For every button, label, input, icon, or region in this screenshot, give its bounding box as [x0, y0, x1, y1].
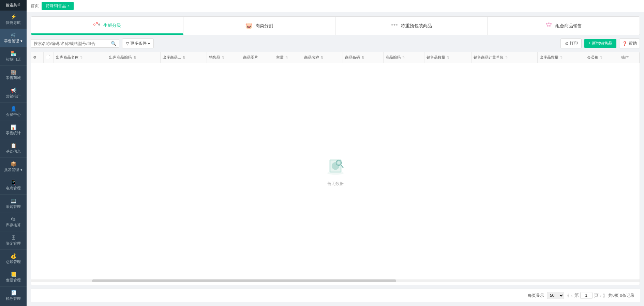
search-box[interactable]: 🔍 — [31, 39, 119, 48]
th-sales-item[interactable]: 销售品 ⇅ — [207, 52, 241, 63]
sidebar-item-purchase-mgmt[interactable]: 🛍 库存核算 — [0, 213, 27, 231]
page-nav: ⟪ ‹ 第 页 › ⟫ — [567, 292, 605, 299]
sidebar-item-label: 智慧门店 — [6, 57, 21, 62]
sidebar-item-label: 快捷导航 — [6, 20, 21, 25]
sidebar-item-smart-store[interactable]: 🏪 智慧门店 — [0, 47, 27, 66]
sidebar-item-retail-mall[interactable]: 🏬 零售商城 — [0, 66, 27, 84]
th-checkbox[interactable] — [43, 52, 54, 63]
first-page-button[interactable]: ⟪ — [567, 293, 570, 298]
sort-arrows-out-code[interactable]: ⇅ — [134, 56, 136, 59]
sidebar-item-ecom-mgmt[interactable]: 💻 采购管理 — [0, 195, 27, 213]
sort-arrows-sales-unit[interactable]: ⇅ — [505, 56, 508, 59]
page-content: 生鲜分级 🐷 肉类分割 称重预包装商品 — [27, 12, 644, 306]
print-button[interactable]: 🖨 打印 — [560, 39, 582, 48]
tab-combo-goods[interactable]: 组合商品销售 — [488, 17, 640, 35]
home-link[interactable]: 首页 — [31, 3, 39, 9]
sidebar-item-sales-promo[interactable]: 📢 营销推广 — [0, 84, 27, 103]
select-all-checkbox[interactable] — [46, 55, 50, 59]
sort-arrows-out-qty[interactable]: ⇅ — [560, 56, 563, 59]
next-page-button[interactable]: › — [600, 293, 602, 298]
sort-arrows-goods-code[interactable]: ⇅ — [402, 56, 405, 59]
page-label-text: 第 — [574, 292, 579, 299]
tab-label: 特殊销售品 — [46, 3, 66, 9]
tab-meat-cut[interactable]: 🐷 肉类分割 — [183, 17, 336, 35]
th-out-qty-label: 出库品数量 — [540, 55, 558, 59]
sidebar-item-label: 批发管理 ▾ — [4, 167, 22, 172]
sidebar-item-inventory[interactable]: 🗄 资金管理 — [0, 231, 27, 250]
th-member-price[interactable]: 会员价 ⇅ — [585, 52, 619, 63]
active-tab[interactable]: 特殊销售品 × — [42, 2, 74, 10]
sort-arrows-sales-qty[interactable]: ⇅ — [447, 56, 450, 59]
sidebar-item-label: 零售商城 — [6, 75, 21, 80]
th-goods-name[interactable]: 商品名称 ⇅ — [302, 52, 343, 63]
sort-arrows-goods-barcode[interactable]: ⇅ — [362, 56, 364, 59]
sidebar-item-retail-mgmt[interactable]: 🛒 零售管理 ▾ — [0, 29, 27, 47]
th-gear[interactable]: ⚙ — [31, 52, 43, 63]
sort-arrows-out-spec[interactable]: ⇅ — [183, 56, 185, 59]
svg-point-4 — [96, 23, 97, 24]
sidebar-item-finance-mgmt[interactable]: 💰 总账管理 — [0, 250, 27, 268]
sidebar-item-label: 库存核算 — [6, 223, 21, 228]
filter-button[interactable]: ▽ 更多条件 ▾ — [122, 39, 154, 48]
svg-point-3 — [94, 24, 95, 25]
page-suffix-label: 页 — [594, 292, 599, 299]
sidebar-item-quick-nav[interactable]: ⚡ 快捷导航 — [0, 11, 27, 29]
sidebar-item-wholesale-mgmt[interactable]: 📦 批发管理 ▾ — [0, 158, 27, 176]
th-weight[interactable]: 主量 ⇅ — [274, 52, 302, 63]
help-icon: ❓ — [622, 41, 627, 46]
prev-page-button[interactable]: ‹ — [571, 293, 573, 298]
sort-arrows-member-price[interactable]: ⇅ — [600, 56, 603, 59]
page-number-input[interactable] — [580, 292, 593, 299]
th-goods-code[interactable]: 商品编码 ⇅ — [384, 52, 424, 63]
sidebar-logo[interactable]: 搜索菜单 — [0, 0, 27, 11]
th-goods-name-label: 商品名称 — [304, 55, 319, 59]
retail-mall-icon: 🏬 — [11, 69, 16, 75]
last-page-button[interactable]: ⟫ — [603, 293, 605, 298]
help-label: 帮助 — [629, 41, 637, 46]
sidebar-item-general-ledger[interactable]: 📒 发票管理 — [0, 268, 27, 287]
th-out-code-label: 出库商品编码 — [109, 55, 132, 59]
data-table: ⚙ 出库商品名称 ⇅ 出库商品编码 ⇅ 出库商品... ⇅ — [31, 52, 640, 63]
search-icon[interactable]: 🔍 — [111, 41, 116, 46]
finance-mgmt-icon: 💰 — [11, 253, 16, 259]
bottom-scrollbar[interactable] — [31, 277, 640, 285]
svg-point-21 — [337, 161, 340, 165]
th-sales-item-label: 销售品 — [209, 55, 220, 59]
sort-arrows-goods-name[interactable]: ⇅ — [321, 56, 324, 59]
weigh-pack-icon — [391, 22, 398, 30]
mini-ecom-icon: 📱 — [11, 180, 16, 185]
svg-point-2 — [98, 24, 100, 26]
svg-point-11 — [548, 22, 550, 24]
th-out-name[interactable]: 出库商品名称 ⇅ — [54, 52, 107, 63]
th-sales-unit[interactable]: 销售商品计量单位 ⇅ — [471, 52, 537, 63]
page-size-select[interactable]: 50 10 20 100 — [547, 292, 564, 299]
member-center-icon: 👤 — [11, 106, 16, 111]
help-button[interactable]: ❓ 帮助 — [619, 39, 640, 48]
tab-weigh-pack[interactable]: 称重预包装商品 — [335, 17, 488, 35]
quick-nav-icon: ⚡ — [11, 14, 16, 19]
th-out-code[interactable]: 出库商品编码 ⇅ — [107, 52, 161, 63]
toolbar-left: 🔍 ▽ 更多条件 ▾ — [31, 39, 154, 48]
scrollbar-thumb[interactable] — [92, 279, 396, 282]
scrollbar-track — [31, 279, 640, 282]
sort-arrows-weight[interactable]: ⇅ — [285, 56, 288, 59]
sort-arrows-out-name[interactable]: ⇅ — [80, 56, 83, 59]
search-input[interactable] — [34, 41, 109, 46]
sidebar-item-mini-ecom[interactable]: 📱 电商管理 — [0, 176, 27, 195]
sidebar-item-member-center[interactable]: 👤 会员中心 — [0, 103, 27, 121]
sidebar-item-label: 基础信息 — [6, 149, 21, 154]
sidebar-item-invoice-mgmt[interactable]: 🧾 税务管理 — [0, 287, 27, 305]
th-goods-img-label: 商品图片 — [243, 55, 258, 59]
sort-arrows-sales-item[interactable]: ⇅ — [222, 56, 225, 59]
th-goods-barcode-label: 商品条码 — [345, 55, 360, 59]
tab-close-icon[interactable]: × — [68, 4, 70, 8]
tab-fresh-grade[interactable]: 生鲜分级 — [31, 17, 183, 35]
sidebar-item-basic-info[interactable]: 📋 基础信息 — [0, 139, 27, 158]
th-goods-barcode[interactable]: 商品条码 ⇅ — [343, 52, 383, 63]
th-out-qty[interactable]: 出库品数量 ⇅ — [538, 52, 585, 63]
toolbar: 🔍 ▽ 更多条件 ▾ 🖨 打印 + 新增销售品 ❓ 帮助 — [31, 39, 640, 48]
th-out-spec[interactable]: 出库商品... ⇅ — [161, 52, 207, 63]
sidebar-item-retail-stats[interactable]: 📊 零售统计 — [0, 121, 27, 139]
add-sales-item-button[interactable]: + 新增销售品 — [584, 39, 616, 48]
th-sales-qty[interactable]: 销售品数量 ⇅ — [424, 52, 471, 63]
